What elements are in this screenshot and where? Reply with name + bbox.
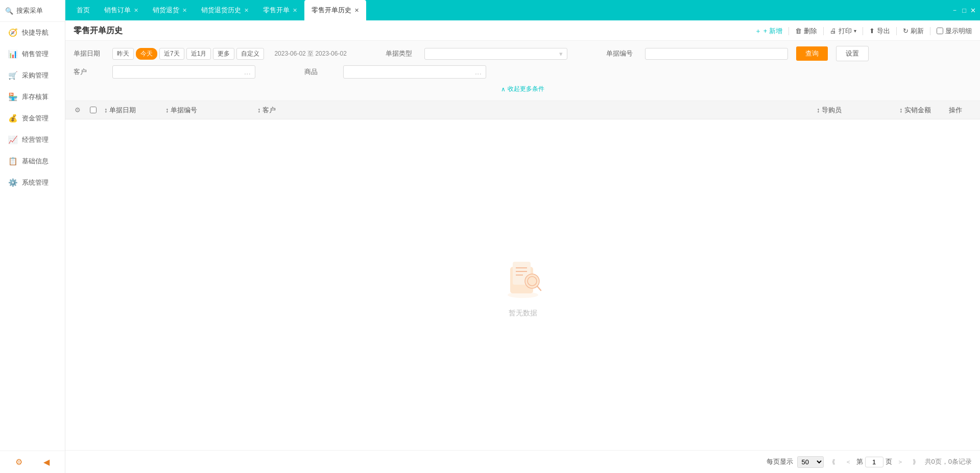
- show-detail-checkbox[interactable]: [937, 28, 943, 34]
- goods-ellipsis-icon: ...: [475, 67, 482, 77]
- refresh-icon: ↻: [903, 27, 909, 35]
- empty-illustration: [497, 252, 548, 303]
- sidebar-icon-basic-info: 📋: [8, 157, 18, 166]
- sidebar-item-purchase-mgmt[interactable]: 🛒采购管理: [0, 65, 65, 86]
- main-area: 首页销售订单✕销货退货✕销货退货历史✕零售开单✕零售开单历史✕ － □ ✕ 零售…: [65, 0, 980, 473]
- tab-close-retail-open[interactable]: ✕: [293, 7, 297, 14]
- toolbar-divider-1: [788, 27, 789, 35]
- date-more-btn[interactable]: 更多: [213, 48, 234, 60]
- table-settings-icon[interactable]: ⚙: [69, 106, 86, 114]
- sidebar-item-quick-nav[interactable]: 🧭快捷导航: [0, 22, 65, 43]
- tab-label-sales-return-history: 销货退货历史: [201, 6, 241, 15]
- sidebar-label-basic-info: 基础信息: [22, 157, 49, 166]
- first-page-btn[interactable]: ⟪: [828, 456, 840, 468]
- date-1month-btn[interactable]: 近1月: [186, 48, 211, 60]
- tab-sales-order[interactable]: 销售订单✕: [97, 0, 146, 20]
- tab-bar: 首页销售订单✕销货退货✕销货退货历史✕零售开单✕零售开单历史✕ － □ ✕: [65, 0, 980, 20]
- pagination: 每页显示 50 100 200 ⟪ ＜ 第 页 ＞ ⟫ 共0页，0条记录: [65, 450, 980, 473]
- tab-close-sales-order[interactable]: ✕: [134, 7, 138, 14]
- sidebar-icon-operations: 📈: [8, 135, 18, 144]
- date-7days-btn[interactable]: 近7天: [159, 48, 184, 60]
- sidebar-item-finance[interactable]: 💰资金管理: [0, 108, 65, 129]
- settings-button[interactable]: 设置: [836, 46, 869, 61]
- sidebar-item-basic-info[interactable]: 📋基础信息: [0, 151, 65, 172]
- customer-select[interactable]: ...: [112, 65, 255, 79]
- print-dropdown-icon: ▾: [854, 28, 856, 34]
- tab-label-retail-open: 零售开单: [263, 6, 290, 15]
- goods-select[interactable]: ...: [343, 65, 486, 79]
- goods-filter-label: 商品: [304, 67, 335, 77]
- table-select-all[interactable]: [86, 107, 100, 113]
- sidebar-item-operations[interactable]: 📈经营管理: [0, 129, 65, 151]
- sidebar-item-system-mgmt[interactable]: ⚙️系统管理: [0, 172, 65, 193]
- sidebar-label-system-mgmt: 系统管理: [22, 178, 49, 187]
- per-page-label: 每页显示: [767, 457, 793, 466]
- tab-sales-return[interactable]: 销货退货✕: [146, 0, 194, 20]
- page-input[interactable]: [865, 457, 883, 467]
- collapse-sidebar-icon[interactable]: ◀: [43, 457, 50, 467]
- customer-ellipsis-icon: ...: [244, 67, 251, 77]
- last-page-btn[interactable]: ⟫: [909, 456, 921, 468]
- bill-type-select[interactable]: ▾: [424, 48, 567, 60]
- date-filter-label: 单据日期: [74, 49, 104, 58]
- bill-no-input[interactable]: [645, 48, 788, 60]
- col-amount[interactable]: ↕ 实销金额: [874, 106, 935, 115]
- page-word: 第: [856, 457, 863, 466]
- table-header: ⚙ ↕ 单据日期 ↕ 单据编号 ↕ 客户 ↕ 导购员 ↕ 实销金额: [65, 101, 980, 119]
- table-area: ⚙ ↕ 单据日期 ↕ 单据编号 ↕ 客户 ↕ 导购员 ↕ 实销金额: [65, 101, 980, 450]
- bill-no-label: 单据编号: [606, 49, 637, 58]
- show-detail-toggle[interactable]: 显示明细: [937, 27, 972, 36]
- close-button[interactable]: ✕: [970, 7, 976, 14]
- page-header: 零售开单历史 ＋ + 新增 🗑 删除 🖨 打印 ▾: [65, 20, 980, 41]
- toolbar: ＋ + 新增 🗑 删除 🖨 打印 ▾ ⬆ 导出: [755, 27, 972, 36]
- prev-page-btn[interactable]: ＜: [842, 456, 854, 468]
- bill-type-label: 单据类型: [386, 49, 416, 58]
- sidebar-search[interactable]: 🔍 搜索采单: [0, 0, 65, 22]
- export-icon: ⬆: [869, 27, 875, 35]
- sidebar-icon-sales-mgmt: 📊: [8, 49, 18, 59]
- sidebar-nav: 🧭快捷导航📊销售管理🛒采购管理🏪库存核算💰资金管理📈经营管理📋基础信息⚙️系统管…: [0, 22, 65, 451]
- select-all-checkbox[interactable]: [90, 107, 97, 113]
- col-bill-no-label: ↕ 单据编号: [165, 106, 197, 115]
- tab-close-sales-return[interactable]: ✕: [182, 7, 187, 14]
- delete-button[interactable]: 🗑 删除: [795, 27, 817, 36]
- tab-close-retail-open-history[interactable]: ✕: [354, 7, 359, 14]
- col-date[interactable]: ↕ 单据日期: [100, 106, 161, 115]
- add-button[interactable]: ＋ + 新增: [755, 27, 782, 36]
- date-yesterday-btn[interactable]: 昨天: [112, 48, 134, 60]
- col-customer[interactable]: ↕ 客户: [253, 106, 812, 115]
- maximize-button[interactable]: □: [962, 7, 966, 14]
- add-icon: ＋: [755, 27, 761, 36]
- tab-home[interactable]: 首页: [69, 0, 97, 20]
- sidebar-item-sales-mgmt[interactable]: 📊销售管理: [0, 43, 65, 65]
- tab-retail-open-history[interactable]: 零售开单历史✕: [304, 0, 366, 20]
- sidebar-footer: ⚙ ◀: [0, 451, 65, 473]
- print-button[interactable]: 🖨 打印 ▾: [830, 27, 856, 36]
- svg-line-8: [537, 286, 541, 290]
- col-guide[interactable]: ↕ 导购员: [812, 106, 874, 115]
- col-bill-no[interactable]: ↕ 单据编号: [161, 106, 253, 115]
- date-today-btn[interactable]: 今天: [136, 48, 157, 60]
- collapse-filter-btn[interactable]: ∧ 收起更多条件: [74, 83, 972, 95]
- next-page-btn[interactable]: ＞: [894, 456, 906, 468]
- tab-close-sales-return-history[interactable]: ✕: [244, 7, 249, 14]
- show-detail-label: 显示明细: [945, 27, 972, 36]
- tab-retail-open[interactable]: 零售开单✕: [256, 0, 304, 20]
- per-page-select[interactable]: 50 100 200: [797, 456, 824, 468]
- sidebar-item-inventory[interactable]: 🏪库存核算: [0, 86, 65, 108]
- export-button[interactable]: ⬆ 导出: [869, 27, 890, 36]
- settings-icon[interactable]: ⚙: [15, 457, 22, 467]
- total-info: 共0页，0条记录: [925, 457, 972, 466]
- tab-sales-return-history[interactable]: 销货退货历史✕: [194, 0, 256, 20]
- refresh-button[interactable]: ↻ 刷新: [903, 27, 924, 36]
- search-button[interactable]: 查询: [796, 46, 828, 61]
- collapse-icon: ∧: [501, 86, 506, 93]
- minimize-button[interactable]: －: [951, 6, 958, 15]
- filter-row-1: 单据日期 昨天 今天 近7天 近1月 更多 自定义 2023-06-02 至 2…: [74, 46, 972, 61]
- search-icon: 🔍: [5, 7, 13, 15]
- delete-icon: 🗑: [795, 27, 802, 35]
- window-controls: － □ ✕: [951, 6, 976, 15]
- collapse-label: 收起更多条件: [508, 85, 544, 93]
- date-custom-btn[interactable]: 自定义: [236, 48, 264, 60]
- filter-row-2: 客户 ... 商品 ...: [74, 65, 972, 79]
